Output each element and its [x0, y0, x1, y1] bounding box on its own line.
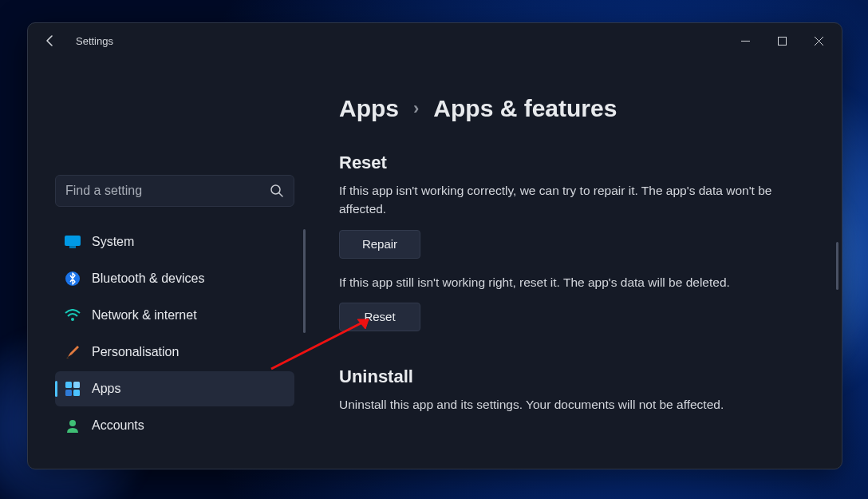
repair-button[interactable]: Repair [339, 230, 420, 259]
window-controls [727, 28, 837, 53]
minimize-button[interactable] [727, 28, 763, 53]
breadcrumb: Apps › Apps & features [339, 95, 818, 122]
svg-rect-8 [65, 390, 72, 396]
chevron-right-icon: › [413, 98, 419, 119]
svg-rect-0 [778, 37, 786, 45]
svg-rect-9 [73, 390, 80, 396]
svg-point-10 [69, 420, 76, 426]
button-label: Reset [364, 310, 395, 323]
search-box[interactable] [55, 175, 294, 207]
titlebar: Settings [28, 23, 842, 58]
repair-description: If this app isn't working correctly, we … [339, 181, 786, 219]
svg-point-5 [71, 318, 74, 321]
sidebar-item-label: Personalisation [92, 345, 179, 359]
sidebar: System Bluetooth & devices Network & int… [28, 58, 315, 469]
wifi-icon [65, 307, 81, 323]
sidebar-item-label: Apps [92, 382, 120, 396]
reset-button[interactable]: Reset [339, 303, 420, 331]
sidebar-item-accounts[interactable]: Accounts [55, 408, 294, 443]
sidebar-item-label: Accounts [92, 418, 144, 433]
sidebar-item-system[interactable]: System [55, 224, 294, 259]
sidebar-item-bluetooth[interactable]: Bluetooth & devices [55, 261, 294, 296]
sidebar-scrollbar[interactable] [303, 229, 306, 333]
nav-list: System Bluetooth & devices Network & int… [55, 224, 294, 443]
maximize-button[interactable] [763, 28, 800, 53]
maximize-icon [778, 37, 787, 46]
back-arrow-icon [44, 34, 57, 47]
paintbrush-icon [65, 344, 81, 360]
svg-rect-7 [73, 382, 80, 388]
reset-description: If this app still isn't working right, r… [339, 273, 786, 291]
search-input[interactable] [65, 184, 263, 198]
window-title: Settings [76, 35, 113, 47]
bluetooth-icon [65, 271, 81, 287]
back-button[interactable] [39, 30, 61, 52]
svg-rect-6 [65, 382, 72, 388]
uninstall-heading: Uninstall [339, 366, 818, 387]
person-icon [65, 418, 81, 434]
minimize-icon [741, 37, 750, 46]
close-icon [815, 37, 823, 46]
sidebar-item-personalisation[interactable]: Personalisation [55, 335, 294, 370]
apps-icon [65, 381, 81, 397]
breadcrumb-parent[interactable]: Apps [339, 95, 399, 122]
sidebar-item-label: Network & internet [92, 308, 197, 323]
content-scrollbar[interactable] [836, 242, 838, 290]
uninstall-description: Uninstall this app and its settings. You… [339, 395, 786, 414]
breadcrumb-current: Apps & features [433, 95, 617, 122]
content-pane: Apps › Apps & features Reset If this app… [315, 58, 842, 469]
reset-heading: Reset [339, 152, 818, 173]
search-icon [270, 184, 284, 198]
svg-point-1 [271, 185, 280, 194]
close-button[interactable] [800, 28, 837, 53]
svg-rect-2 [65, 236, 81, 246]
svg-rect-3 [69, 246, 76, 248]
sidebar-item-network[interactable]: Network & internet [55, 298, 294, 333]
sidebar-item-apps[interactable]: Apps [55, 371, 294, 406]
settings-window: Settings [27, 22, 842, 469]
system-icon [65, 234, 81, 250]
sidebar-item-label: System [92, 235, 134, 249]
button-label: Repair [362, 237, 397, 251]
sidebar-item-label: Bluetooth & devices [92, 271, 204, 286]
